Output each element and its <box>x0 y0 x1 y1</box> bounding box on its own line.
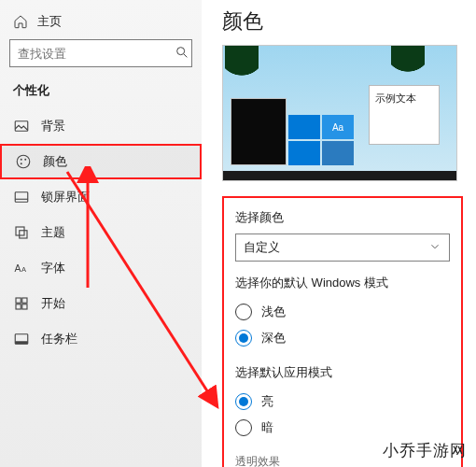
svg-text:A: A <box>21 265 26 274</box>
sidebar-item-background[interactable]: 背景 <box>0 108 202 144</box>
svg-rect-7 <box>16 227 24 235</box>
color-mode-select[interactable]: 自定义 <box>235 234 450 262</box>
sidebar-item-label: 背景 <box>41 118 65 134</box>
radio-label: 深色 <box>261 330 286 347</box>
svg-point-3 <box>21 159 22 161</box>
preview-tile-aa: Aa <box>322 115 354 139</box>
page-title: 颜色 <box>222 7 461 35</box>
windows-mode-dark[interactable]: 深色 <box>235 325 450 351</box>
search-input[interactable] <box>18 47 175 61</box>
app-mode-dark[interactable]: 暗 <box>235 415 450 441</box>
sidebar-item-fonts[interactable]: AA 字体 <box>0 250 202 286</box>
search-field[interactable] <box>9 39 192 67</box>
svg-rect-11 <box>16 298 21 303</box>
sidebar-item-lockscreen[interactable]: 锁屏界面 <box>0 179 202 215</box>
svg-rect-8 <box>20 231 27 238</box>
section-title: 个性化 <box>0 78 202 108</box>
windows-mode-light[interactable]: 浅色 <box>235 299 450 325</box>
windows-mode-group: 浅色 深色 <box>235 299 450 351</box>
sidebar: 主页 个性化 背景 颜色 <box>0 0 202 467</box>
svg-point-4 <box>24 159 26 161</box>
search-container <box>0 39 202 78</box>
radio-label: 暗 <box>261 419 273 436</box>
home-nav[interactable]: 主页 <box>0 9 202 39</box>
svg-rect-13 <box>16 304 21 309</box>
svg-rect-16 <box>15 341 28 344</box>
sidebar-item-label: 主题 <box>41 224 65 241</box>
sidebar-item-label: 开始 <box>41 295 65 312</box>
radio-label: 浅色 <box>261 304 286 320</box>
app-mode-group: 亮 暗 <box>235 389 450 441</box>
choose-color-label: 选择颜色 <box>235 209 450 226</box>
font-icon: AA <box>13 260 30 276</box>
picture-icon <box>13 118 30 134</box>
app-mode-label: 选择默认应用模式 <box>235 364 450 381</box>
svg-rect-6 <box>15 192 28 203</box>
svg-rect-1 <box>15 121 28 132</box>
radio-icon <box>235 304 252 320</box>
search-icon <box>175 45 189 63</box>
sidebar-item-taskbar[interactable]: 任务栏 <box>0 321 202 357</box>
radio-icon <box>235 330 252 347</box>
radio-label: 亮 <box>261 393 273 410</box>
windows-mode-label: 选择你的默认 Windows 模式 <box>235 275 450 291</box>
sidebar-item-label: 颜色 <box>43 153 67 170</box>
app-mode-light[interactable]: 亮 <box>235 389 450 415</box>
preview-sample-text: 示例文本 <box>375 92 416 104</box>
svg-point-5 <box>21 163 22 164</box>
home-label: 主页 <box>37 13 62 30</box>
sidebar-item-colors[interactable]: 颜色 <box>0 144 202 179</box>
preview-tiles: Aa <box>288 115 354 165</box>
sidebar-nav: 背景 颜色 锁屏界面 主题 <box>0 108 202 357</box>
taskbar-icon <box>13 331 30 347</box>
settings-app: 主页 个性化 背景 颜色 <box>0 0 476 467</box>
main-panel: 颜色 Aa 示例文本 选择颜色 自定义 选择你的默认 Windows 模式 <box>202 0 476 467</box>
start-icon <box>13 295 30 312</box>
svg-point-0 <box>177 47 185 54</box>
palette-icon <box>15 153 32 170</box>
watermark-text: 小乔手游网 <box>383 440 467 461</box>
sidebar-item-label: 锁屏界面 <box>41 189 90 205</box>
chevron-down-icon <box>428 240 441 256</box>
color-mode-value: 自定义 <box>244 239 280 256</box>
color-settings-group: 选择颜色 自定义 选择你的默认 Windows 模式 浅色 深色 选择默认应用模… <box>222 196 463 467</box>
sidebar-item-label: 字体 <box>41 260 65 276</box>
theme-icon <box>13 224 30 241</box>
svg-point-2 <box>17 155 30 168</box>
preview-sample-window: 示例文本 <box>369 85 440 145</box>
svg-rect-14 <box>22 304 27 309</box>
radio-icon <box>235 419 252 436</box>
svg-rect-12 <box>22 298 27 303</box>
sidebar-item-label: 任务栏 <box>41 331 77 347</box>
sidebar-item-themes[interactable]: 主题 <box>0 215 202 250</box>
home-icon <box>13 14 28 29</box>
radio-icon <box>235 393 252 410</box>
sidebar-item-start[interactable]: 开始 <box>0 286 202 321</box>
svg-text:A: A <box>15 262 21 274</box>
color-preview: Aa 示例文本 <box>222 45 457 181</box>
lock-screen-icon <box>13 189 30 205</box>
